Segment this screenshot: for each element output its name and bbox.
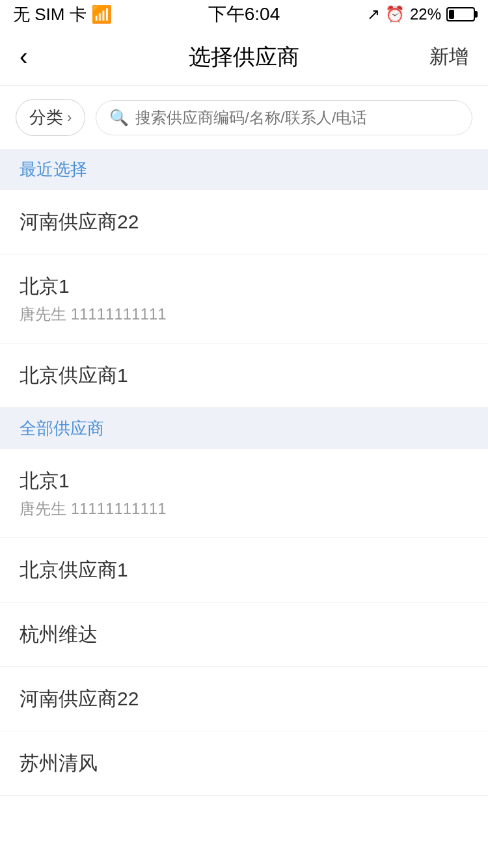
- item-sub: 唐先生 11111111111: [20, 498, 468, 519]
- recent-section-label: 最近选择: [20, 159, 87, 179]
- search-box[interactable]: 🔍: [96, 100, 472, 135]
- alarm-icon: ⏰: [385, 5, 405, 23]
- list-item[interactable]: 北京供应商1: [0, 344, 488, 408]
- item-name: 北京供应商1: [20, 362, 468, 389]
- item-name: 河南供应商22: [20, 685, 468, 712]
- recent-list: 河南供应商22北京1唐先生 11111111111北京供应商1: [0, 190, 488, 408]
- list-item[interactable]: 苏州清风: [0, 731, 488, 796]
- item-name: 河南供应商22: [20, 208, 468, 236]
- all-section-label: 全部供应商: [20, 418, 104, 438]
- category-button[interactable]: 分类 ›: [16, 99, 85, 136]
- item-name: 北京1: [20, 467, 468, 495]
- search-icon: 🔍: [109, 109, 129, 127]
- search-input[interactable]: [135, 109, 459, 127]
- item-name: 苏州清风: [20, 750, 468, 777]
- nav-bar: ‹ 选择供应商 新增: [0, 29, 488, 86]
- item-name: 北京1: [20, 273, 468, 300]
- page-title: 选择供应商: [189, 42, 299, 72]
- status-carrier: 无 SIM 卡 📶: [13, 3, 112, 26]
- all-list: 北京1唐先生 11111111111北京供应商1杭州维达河南供应商22苏州清风: [0, 449, 488, 796]
- list-item[interactable]: 北京1唐先生 11111111111: [0, 449, 488, 538]
- chevron-right-icon: ›: [67, 109, 72, 126]
- status-right: ↗ ⏰ 22%: [367, 5, 475, 23]
- item-name: 杭州维达: [20, 621, 468, 648]
- status-bar: 无 SIM 卡 📶 下午6:04 ↗ ⏰ 22%: [0, 0, 488, 29]
- filter-bar: 分类 › 🔍: [0, 86, 488, 149]
- list-item[interactable]: 河南供应商22: [0, 190, 488, 254]
- recent-section-header: 最近选择: [0, 149, 488, 190]
- add-button[interactable]: 新增: [429, 44, 468, 70]
- list-item[interactable]: 河南供应商22: [0, 667, 488, 731]
- all-section-header: 全部供应商: [0, 408, 488, 449]
- category-label: 分类: [29, 106, 63, 129]
- location-icon: ↗: [367, 5, 380, 23]
- back-button[interactable]: ‹: [20, 43, 59, 71]
- list-item[interactable]: 北京1唐先生 11111111111: [0, 254, 488, 344]
- status-time: 下午6:04: [208, 2, 280, 27]
- battery-icon: [446, 7, 475, 21]
- item-name: 北京供应商1: [20, 556, 468, 584]
- battery-percent: 22%: [410, 5, 441, 23]
- list-item[interactable]: 杭州维达: [0, 603, 488, 667]
- list-item[interactable]: 北京供应商1: [0, 538, 488, 603]
- item-sub: 唐先生 11111111111: [20, 304, 468, 325]
